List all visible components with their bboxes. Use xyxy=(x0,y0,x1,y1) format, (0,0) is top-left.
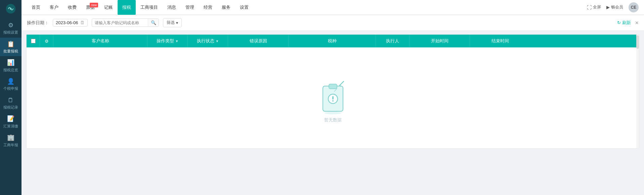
nav-shoufe[interactable]: 收费 xyxy=(63,0,81,15)
th-starttime: 开始时间 xyxy=(410,35,470,47)
th-endtime: 结束时间 xyxy=(470,35,530,47)
nav-xiaoxi[interactable]: 消息 xyxy=(163,0,181,15)
th-optype[interactable]: 操作类型 ▼ xyxy=(147,35,188,47)
empty-state: 暂无数据 xyxy=(27,47,639,148)
nav-items: 首页 客户 收费 票据 new 记账 报税 工商项目 消息 xyxy=(27,0,587,15)
vip-btn[interactable]: ▶ 畅会员 xyxy=(606,4,623,10)
select-all-checkbox[interactable] xyxy=(31,39,36,43)
fullscreen-icon: ⛶ xyxy=(587,5,592,10)
sort-icon-optype: ▼ xyxy=(175,39,179,43)
sidebar-item-geshuishenbao[interactable]: 👤 个税申报 xyxy=(0,75,22,94)
svg-point-1 xyxy=(10,8,11,9)
fullscreen-btn[interactable]: ⛶ 全屏 xyxy=(587,4,601,10)
scrollbar-track[interactable] xyxy=(636,35,639,148)
sidebar-item-piliangbaoshui[interactable]: 📋 批量报税 xyxy=(0,38,22,56)
toolbar-right: ↻ 刷新 × xyxy=(617,20,639,26)
svg-rect-5 xyxy=(332,96,334,100)
th-execstatus[interactable]: 执行状态 ▼ xyxy=(188,35,228,47)
refresh-icon: ↻ xyxy=(617,20,621,25)
sidebar: ⚙ 报税设置 📋 批量报税 📊 报税总览 👤 个税申报 🗒 报税记录 📝 汇算清… xyxy=(0,0,22,195)
close-button[interactable]: × xyxy=(635,20,639,26)
svg-rect-3 xyxy=(329,84,337,89)
huisuanqingsuan-icon: 📝 xyxy=(7,115,14,123)
settings-gear-icon: ⚙ xyxy=(45,39,49,44)
topnav: 首页 客户 收费 票据 new 记账 报税 工商项目 消息 xyxy=(22,0,644,15)
empty-text: 暂无数据 xyxy=(324,117,342,123)
nav-jizhang[interactable]: 记账 xyxy=(99,0,118,15)
app-logo[interactable] xyxy=(5,3,17,15)
vip-icon: ▶ xyxy=(606,5,610,10)
user-avatar[interactable]: CE xyxy=(629,2,639,12)
sidebar-item-baoshuishezhi[interactable]: ⚙ 报税设置 xyxy=(0,19,22,38)
baoshuijilu-icon: 🗒 xyxy=(8,96,14,104)
calendar-icon: 🗓 xyxy=(80,20,85,25)
baoshuizonglan-icon: 📊 xyxy=(7,59,14,67)
geshuishenbao-icon: 👤 xyxy=(7,78,14,85)
nav-jingying[interactable]: 经营 xyxy=(199,0,217,15)
piliangbaoshui-icon: 📋 xyxy=(7,40,14,48)
topnav-right: ⛶ 全屏 ▶ 畅会员 CE xyxy=(587,2,639,12)
nav-guanli[interactable]: 管理 xyxy=(181,0,199,15)
gongshangnianbo-icon: 🏢 xyxy=(7,134,14,142)
content: 操作日期： 2023-06-06 🗓 🔍 筛选 ▾ ↻ 刷新 × xyxy=(22,15,644,195)
date-label: 操作日期： xyxy=(27,20,49,26)
search-button[interactable]: 🔍 xyxy=(148,19,159,27)
empty-illustration xyxy=(316,79,350,113)
sort-icon-execstatus: ▼ xyxy=(216,39,219,43)
nav-badge-new: new xyxy=(90,3,98,7)
main-area: 首页 客户 收费 票据 new 记账 报税 工商项目 消息 xyxy=(22,0,644,195)
nav-fuwu[interactable]: 服务 xyxy=(217,0,235,15)
nav-shezhi[interactable]: 设置 xyxy=(235,0,253,15)
filter-chevron-icon: ▾ xyxy=(176,21,178,25)
th-settings[interactable]: ⚙ xyxy=(40,35,53,47)
th-checkbox[interactable] xyxy=(27,35,40,47)
nav-shouye[interactable]: 首页 xyxy=(27,0,45,15)
th-errorreason: 错误原因 xyxy=(228,35,289,47)
baoshuishezhi-icon: ⚙ xyxy=(8,22,13,29)
th-executor: 执行人 xyxy=(376,35,410,47)
th-taxtype: 税种 xyxy=(289,35,376,47)
svg-line-7 xyxy=(340,81,344,85)
scrollbar-thumb[interactable] xyxy=(636,35,639,49)
svg-point-9 xyxy=(325,112,341,114)
sidebar-item-baoshuizonglan[interactable]: 📊 报税总览 xyxy=(0,56,22,75)
nav-gongshang[interactable]: 工商项目 xyxy=(136,0,163,15)
search-icon: 🔍 xyxy=(151,20,156,25)
nav-piao[interactable]: 票据 new xyxy=(81,0,99,15)
svg-point-6 xyxy=(332,100,334,102)
th-customer: 客户名称 xyxy=(53,35,147,47)
nav-baoshui[interactable]: 报税 xyxy=(118,0,136,15)
table-container: ⚙ 客户名称 操作类型 ▼ 执行状态 ▼ 错误原因 税种 xyxy=(26,34,639,149)
filter-button[interactable]: 筛选 ▾ xyxy=(163,18,182,27)
table-header: ⚙ 客户名称 操作类型 ▼ 执行状态 ▼ 错误原因 税种 xyxy=(27,35,639,47)
sidebar-item-huisuanqingsuan[interactable]: 📝 汇算清缴 xyxy=(0,112,22,131)
toolbar: 操作日期： 2023-06-06 🗓 🔍 筛选 ▾ ↻ 刷新 × xyxy=(22,15,644,31)
date-picker[interactable]: 2023-06-06 🗓 xyxy=(53,19,88,27)
search-input[interactable] xyxy=(92,19,148,27)
sidebar-item-gongshangnianbo[interactable]: 🏢 工商年报 xyxy=(0,131,22,150)
search-wrap: 🔍 xyxy=(92,18,159,27)
refresh-button[interactable]: ↻ 刷新 xyxy=(617,20,631,26)
nav-kehu[interactable]: 客户 xyxy=(45,0,63,15)
sidebar-item-baoshuijilu[interactable]: 🗒 报税记录 xyxy=(0,94,22,113)
